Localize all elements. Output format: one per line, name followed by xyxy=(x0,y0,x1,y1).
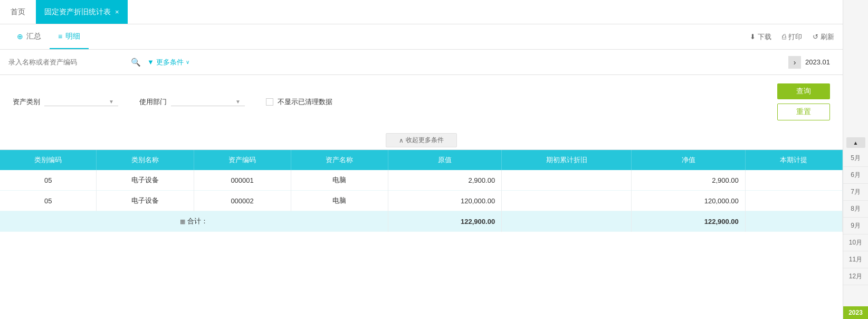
department-arrow-icon: ▼ xyxy=(235,99,241,105)
cell-category-name: 电子设备 xyxy=(97,191,194,211)
col-category-code: 类别编码 xyxy=(0,150,97,170)
collapse-label: 收起更多条件 xyxy=(406,136,444,145)
collapse-chevron-icon: ∧ xyxy=(399,137,404,144)
month-item[interactable]: 9月 xyxy=(843,218,869,234)
department-filter: 使用部门 ▼ xyxy=(139,97,245,107)
department-select[interactable]: ▼ xyxy=(171,98,245,106)
month-item[interactable]: 7月 xyxy=(843,184,869,201)
total-net-value: 122,900.00 xyxy=(632,211,745,232)
hide-cleared-checkbox[interactable] xyxy=(266,98,273,106)
cell-net-value: 120,000.00 xyxy=(632,191,745,211)
month-item[interactable]: 8月 xyxy=(843,201,869,218)
search-input[interactable] xyxy=(8,58,125,66)
cell-asset-code: 000001 xyxy=(194,170,291,191)
hide-cleared-label: 不显示已清理数据 xyxy=(278,97,332,107)
cell-current-period xyxy=(745,191,842,211)
refresh-button[interactable]: ↺ 刷新 xyxy=(813,32,834,42)
total-row: ▦合计： 122,900.00 122,900.00 xyxy=(0,211,843,232)
col-asset-name: 资产名称 xyxy=(291,150,388,170)
query-button[interactable]: 查询 xyxy=(777,83,830,99)
print-icon: ⎙ xyxy=(782,33,786,41)
cell-original-value: 2,900.00 xyxy=(388,170,501,191)
table-row: 05 电子设备 000002 电脑 120,000.00 120,000.00 xyxy=(0,191,843,211)
cell-asset-name: 电脑 xyxy=(291,191,388,211)
month-item[interactable]: 5月 xyxy=(843,150,869,167)
summary-icon: ⊕ xyxy=(17,32,23,41)
cell-asset-code: 000002 xyxy=(194,191,291,211)
month-item[interactable]: 12月 xyxy=(843,268,869,285)
print-label: 打印 xyxy=(788,32,802,42)
col-asset-code: 资产编码 xyxy=(194,150,291,170)
filter-chevron-icon: ∨ xyxy=(186,59,189,65)
date-display: 2023.01 xyxy=(801,58,834,66)
download-label: 下载 xyxy=(758,32,771,42)
detail-icon: ≡ xyxy=(58,32,62,41)
refresh-label: 刷新 xyxy=(821,32,834,42)
col-current-period: 本期计提 xyxy=(745,150,842,170)
scroll-up-button[interactable]: ▲ xyxy=(846,137,865,148)
col-original-value: 原值 xyxy=(388,150,501,170)
tab-detail[interactable]: ≡ 明细 xyxy=(50,24,89,49)
download-button[interactable]: ⬇ 下载 xyxy=(750,32,771,42)
active-tab[interactable]: 固定资产折旧统计表 × xyxy=(36,0,128,24)
asset-type-arrow-icon: ▼ xyxy=(109,99,114,105)
cell-category-code: 05 xyxy=(0,170,97,191)
refresh-icon: ↺ xyxy=(813,33,818,41)
month-item[interactable]: 6月 xyxy=(843,167,869,184)
filter-icon: ▼ xyxy=(147,58,154,66)
table-row: 05 电子设备 000001 电脑 2,900.00 2,900.00 xyxy=(0,170,843,191)
cell-accumulated-depreciation xyxy=(502,191,632,211)
tab-close-icon[interactable]: × xyxy=(115,8,119,16)
col-net-value: 净值 xyxy=(632,150,745,170)
cell-category-code: 05 xyxy=(0,191,97,211)
total-original-value: 122,900.00 xyxy=(388,211,501,232)
total-accumulated-depreciation xyxy=(502,211,632,232)
download-icon: ⬇ xyxy=(750,33,756,41)
asset-type-select[interactable]: ▼ xyxy=(44,98,118,106)
year-badge: 2023 xyxy=(843,306,869,319)
cell-net-value: 2,900.00 xyxy=(632,170,745,191)
asset-type-filter: 资产类别 ▼ xyxy=(13,97,118,107)
cell-current-period xyxy=(745,170,842,191)
cell-accumulated-depreciation xyxy=(502,170,632,191)
detail-tab-label: 明细 xyxy=(65,32,80,41)
hide-cleared-filter: 不显示已清理数据 xyxy=(266,97,332,107)
date-nav-arrow-left[interactable]: › xyxy=(788,56,801,69)
collapse-button[interactable]: ∧ 收起更多条件 xyxy=(386,133,457,147)
reset-button[interactable]: 重置 xyxy=(777,104,830,120)
tab-summary[interactable]: ⊕ 汇总 xyxy=(8,24,50,49)
month-item[interactable]: 10月 xyxy=(843,234,869,251)
col-accumulated-depreciation: 期初累计折旧 xyxy=(502,150,632,170)
home-tab[interactable]: 首页 xyxy=(0,0,36,24)
summary-tab-label: 汇总 xyxy=(26,32,41,41)
month-item[interactable]: 11月 xyxy=(843,251,869,268)
cell-asset-name: 电脑 xyxy=(291,170,388,191)
search-icon[interactable]: 🔍 xyxy=(131,58,141,67)
cell-category-name: 电子设备 xyxy=(97,170,194,191)
asset-type-label: 资产类别 xyxy=(13,97,40,107)
filter-label: 更多条件 xyxy=(156,58,184,67)
tab-label: 固定资产折旧统计表 xyxy=(44,7,111,17)
cell-original-value: 120,000.00 xyxy=(388,191,501,211)
print-button[interactable]: ⎙ 打印 xyxy=(782,32,802,42)
department-label: 使用部门 xyxy=(139,97,167,107)
more-filter-button[interactable]: ▼ 更多条件 ∨ xyxy=(147,58,189,67)
col-category-name: 类别名称 xyxy=(97,150,194,170)
total-label: ▦合计： xyxy=(0,211,388,232)
total-current-period xyxy=(745,211,842,232)
